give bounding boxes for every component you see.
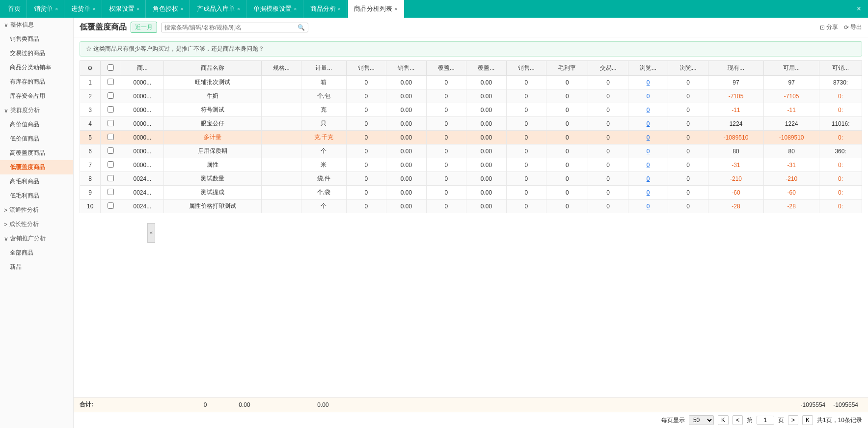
nav-tab-销货单[interactable]: 销货单×: [28, 0, 64, 18]
table-cell: [261, 172, 301, 186]
sidebar-section-类群度分析[interactable]: ∨类群度分析: [0, 103, 73, 117]
prev-page-button[interactable]: <: [732, 415, 743, 425]
row-checkbox[interactable]: [108, 79, 114, 85]
table-cell: 0: [588, 186, 628, 200]
sidebar-item-高覆盖度商品[interactable]: 高覆盖度商品: [0, 146, 73, 160]
close-tab-icon[interactable]: ×: [338, 6, 341, 12]
page-size-select[interactable]: 50 100: [689, 415, 714, 425]
table-cell: -60: [764, 186, 819, 200]
sidebar-item-高毛利商品[interactable]: 高毛利商品: [0, 174, 73, 189]
table-cell: 眼宝公仔: [163, 117, 261, 131]
sidebar-item-低覆盖度商品[interactable]: 低覆盖度商品: [0, 160, 73, 174]
table-cell: 0: [628, 200, 668, 213]
sidebar-item-低毛利商品[interactable]: 低毛利商品: [0, 189, 73, 203]
table-cell: 0: [506, 186, 546, 200]
sidebar-item-有库存的商品[interactable]: 有库存的商品: [0, 75, 73, 89]
search-icon[interactable]: 🔍: [298, 24, 305, 31]
sidebar-item-新品[interactable]: 新品: [0, 260, 73, 274]
filter-button[interactable]: 近一月: [131, 22, 157, 33]
table-cell: 7: [80, 158, 101, 172]
search-input[interactable]: [164, 24, 296, 31]
table-cell: [261, 144, 301, 158]
table-cell: 0: [588, 172, 628, 186]
table-cell: 0: [546, 158, 588, 172]
close-tab-icon[interactable]: ×: [180, 6, 183, 12]
close-tab-icon[interactable]: ×: [55, 6, 58, 12]
table-cell: 0000...: [121, 103, 164, 117]
sidebar-section-成长性分析[interactable]: >成长性分析: [0, 217, 73, 231]
table-cell: 0: [546, 144, 588, 158]
row-checkbox[interactable]: [108, 134, 114, 140]
nav-tab-单据模板设置[interactable]: 单据模板设置×: [247, 0, 303, 18]
row-checkbox[interactable]: [108, 92, 114, 99]
row-checkbox[interactable]: [108, 161, 114, 168]
close-tab-icon[interactable]: ×: [394, 6, 397, 12]
next-page-button[interactable]: >: [788, 415, 798, 425]
sidebar-item-全部商品[interactable]: 全部商品: [0, 246, 73, 260]
table-row: 80024...测试数量袋,件00.0000.0000000-210-2100:: [80, 172, 862, 186]
sidebar-collapse-button[interactable]: «: [147, 223, 155, 243]
table-cell: 0: [346, 186, 386, 200]
nav-tab-首页[interactable]: 首页: [2, 0, 27, 18]
sidebar-section-流通性分析[interactable]: >流通性分析: [0, 203, 73, 217]
table-cell: 0: [426, 144, 466, 158]
table-cell: 0.00: [386, 76, 427, 89]
table-cell: 克,千克: [301, 131, 347, 144]
nav-tab-商品分析[interactable]: 商品分析×: [304, 0, 347, 18]
sidebar-section-营销推广分析[interactable]: ∨营销推广分析: [0, 231, 73, 246]
table-cell: 测试提成: [163, 186, 261, 200]
table-cell: 0: [546, 186, 588, 200]
table-cell: 0: [668, 200, 708, 213]
table-cell: 0.00: [386, 89, 427, 103]
sidebar-item-交易过的商品[interactable]: 交易过的商品: [0, 46, 73, 60]
table-cell: 符号测试: [163, 103, 261, 117]
close-app-button[interactable]: ×: [852, 4, 866, 13]
sidebar-item-库存资金占用[interactable]: 库存资金占用: [0, 89, 73, 103]
first-page-button[interactable]: K: [718, 415, 729, 425]
th-checkbox[interactable]: [101, 61, 121, 76]
last-page-button[interactable]: K: [802, 415, 813, 425]
table-cell: 0.00: [386, 158, 427, 172]
nav-tab-商品分析列表[interactable]: 商品分析列表×: [348, 0, 404, 18]
close-tab-icon[interactable]: ×: [294, 6, 297, 12]
nav-tab-产成品入库单[interactable]: 产成品入库单×: [191, 0, 246, 18]
row-checkbox[interactable]: [108, 175, 114, 181]
info-banner: ☆ 这类商品只有很少客户购买过，是推广不够，还是商品本身问题？: [80, 41, 862, 57]
close-tab-icon[interactable]: ×: [136, 6, 139, 12]
table-cell: 0: [546, 76, 588, 89]
sidebar-section-整体信息[interactable]: ∨整体信息: [0, 18, 73, 32]
table-cell: 测试数量: [163, 172, 261, 186]
sidebar-item-高价值商品[interactable]: 高价值商品: [0, 117, 73, 132]
row-checkbox[interactable]: [108, 106, 114, 113]
export-button[interactable]: ⟳ 导出: [844, 23, 862, 31]
table-cell: 0000...: [121, 131, 164, 144]
table-container[interactable]: ⚙ 商... 商品名称 规格... 计量... 销售... 销售... 覆盖..…: [80, 60, 862, 397]
table-cell: 个,包: [301, 89, 347, 103]
row-checkbox[interactable]: [108, 202, 114, 209]
sidebar-item-销售类商品[interactable]: 销售类商品: [0, 32, 73, 46]
row-checkbox[interactable]: [108, 189, 114, 195]
nav-tab-角色授权[interactable]: 角色授权×: [147, 0, 190, 18]
table-row: 30000...符号测试克00.0000.0000000-11-110:: [80, 103, 862, 117]
row-checkbox[interactable]: [108, 147, 114, 154]
table-cell: 米: [301, 158, 347, 172]
table-cell: [261, 103, 301, 117]
nav-tab-进货单[interactable]: 进货单×: [65, 0, 102, 18]
select-all-checkbox[interactable]: [108, 64, 114, 71]
sidebar-item-商品分类动销率[interactable]: 商品分类动销率: [0, 60, 73, 75]
table-cell: [101, 186, 121, 200]
row-checkbox[interactable]: [108, 120, 114, 126]
table-cell: 0: [346, 200, 386, 213]
nav-tab-权限设置[interactable]: 权限设置×: [103, 0, 146, 18]
sidebar-item-低价值商品[interactable]: 低价值商品: [0, 132, 73, 146]
page-number-input[interactable]: [757, 416, 774, 425]
table-cell: 属性价格打印测试: [163, 200, 261, 213]
table-cell: 0: [628, 172, 668, 186]
close-tab-icon[interactable]: ×: [237, 6, 240, 12]
table-cell: [101, 144, 121, 158]
share-button[interactable]: ⊡ 分享: [820, 23, 838, 31]
th-settings[interactable]: ⚙: [80, 61, 101, 76]
table-cell: 4: [80, 117, 101, 131]
close-tab-icon[interactable]: ×: [92, 6, 95, 12]
table-cell: 0: [588, 131, 628, 144]
